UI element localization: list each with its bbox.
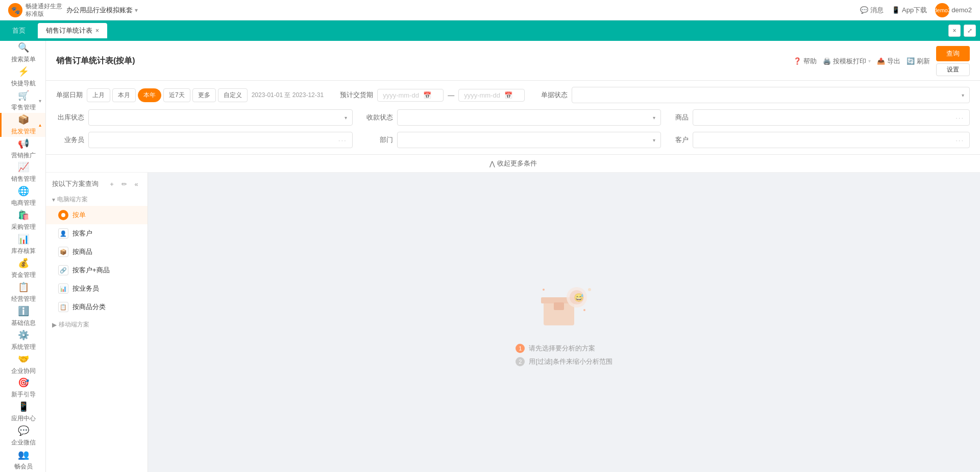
sidebar: 🔍 搜索菜单 ⚡ 快捷导航 🛒 零售管理 ▾ 📦 批发管理 ▴ 📢 营销推广 📈…	[0, 41, 46, 472]
collapse-bar[interactable]: ⋀ 收起更多条件	[46, 155, 980, 173]
sales-icon: 📈	[18, 161, 29, 173]
sidebar-item-purchase[interactable]: 🛍️ 采购管理	[0, 208, 45, 232]
salesperson-input[interactable]: ···	[88, 132, 353, 148]
this-year-btn[interactable]: 本年	[138, 88, 161, 102]
scheme-group-pc: ▾ 电脑端方案 按单 👤 按客户 📦	[46, 193, 148, 316]
tab-home[interactable]: 首页	[4, 23, 34, 38]
customer-goods-scheme-icon: 🔗	[58, 265, 68, 275]
top-bar-left: 🐾 畅捷通好生意 标准版 办公用品行业模拟账套 ▾	[8, 3, 138, 17]
sidebar-item-sales[interactable]: 📈 销售管理	[0, 160, 45, 184]
sidebar-item-apps[interactable]: 📱 应用中心	[0, 400, 45, 424]
sidebar-item-business[interactable]: 📋 经营管理	[0, 280, 45, 304]
last7days-btn[interactable]: 近7天	[163, 88, 190, 102]
messages-btn[interactable]: 💬 消息	[860, 6, 884, 15]
dropdown-arrow-icon[interactable]: ▾	[135, 7, 138, 14]
wholesale-icon: 📦	[18, 114, 29, 125]
last-month-btn[interactable]: 上月	[87, 88, 110, 102]
left-scheme-panel: 按以下方案查询 + ✏ « ▾ 电脑端方案	[46, 173, 148, 472]
help-icon: ❓	[793, 57, 801, 65]
app-download-btn[interactable]: 📱 App下载	[892, 6, 927, 15]
chevron-up-icon: ▴	[39, 122, 41, 128]
tab-close-icon[interactable]: ×	[95, 27, 99, 34]
sidebar-item-basic-info[interactable]: ℹ️ 基础信息	[0, 304, 45, 328]
tip2-text: 用[过滤]条件来缩小分析范围	[529, 357, 612, 366]
scheme-edit-btn[interactable]: ✏	[119, 179, 129, 189]
scheme-item-by-customer[interactable]: 👤 按客户	[46, 224, 148, 243]
scheme-item-by-salesperson[interactable]: 📊 按业务员	[46, 279, 148, 298]
print-btn[interactable]: 🖨️ 按模板打印 ▾	[823, 57, 871, 66]
query-settings-buttons: 查询 设置	[936, 46, 970, 76]
tab-maximize-btn[interactable]: ⤢	[964, 25, 976, 37]
goods-filter: 商品 ···	[673, 109, 970, 126]
system-icon: ⚙️	[18, 329, 29, 341]
tab-sales-order[interactable]: 销售订单统计表 ×	[38, 23, 107, 38]
this-month-btn[interactable]: 本月	[112, 88, 136, 102]
tab-close-window-btn[interactable]: ×	[948, 25, 961, 37]
sidebar-item-marketing[interactable]: 📢 营销推广	[0, 137, 45, 161]
salesperson-label: 业务员	[56, 135, 84, 145]
scheme-actions: + ✏ «	[107, 179, 141, 189]
date-quick-buttons: 上月 本月 本年 近7天 更多 自定义	[87, 88, 248, 102]
settings-button[interactable]: 设置	[936, 63, 970, 76]
sidebar-item-finance[interactable]: 💰 资金管理	[0, 256, 45, 280]
sidebar-item-wechat[interactable]: 💬 企业微信	[0, 424, 45, 448]
download-icon: 📱	[892, 6, 900, 14]
empty-state: 😅 1 请先选择要分析的方案	[148, 173, 980, 472]
date-separator: —	[448, 91, 454, 99]
salesperson-scheme-icon: 📊	[58, 284, 68, 294]
query-button[interactable]: 查询	[936, 46, 970, 61]
customer-scheme-icon: 👤	[58, 228, 68, 239]
sidebar-item-wholesale[interactable]: 📦 批发管理 ▴	[0, 113, 45, 137]
empty-tip-1: 1 请先选择要分析的方案	[516, 344, 612, 353]
scheme-item-by-customer-goods[interactable]: 🔗 按客户+商品	[46, 261, 148, 279]
out-status-select[interactable]: ▾	[88, 109, 353, 126]
more-date-btn[interactable]: 更多	[192, 88, 216, 102]
scheme-item-by-order[interactable]: 按单	[46, 206, 148, 224]
svg-point-7	[583, 309, 585, 311]
expected-date-start[interactable]: yyyy-mm-dd 📅	[377, 89, 444, 102]
dept-select[interactable]: ▾	[397, 132, 662, 148]
retail-icon: 🛒	[18, 90, 29, 101]
goods-scheme-icon: 📦	[58, 247, 68, 257]
svg-point-6	[543, 289, 545, 291]
scheme-item-by-goods[interactable]: 📦 按商品	[46, 243, 148, 261]
member-icon: 👥	[18, 449, 29, 460]
refresh-btn[interactable]: 🔄 刷新	[906, 57, 930, 66]
customer-label: 客户	[673, 135, 689, 145]
payment-status-select[interactable]: ▾	[397, 109, 662, 126]
goods-input[interactable]: ···	[693, 109, 970, 126]
apps-icon: 📱	[18, 401, 29, 412]
out-status-label: 出库状态	[56, 113, 84, 122]
scheme-item-by-goods-category[interactable]: 📋 按商品分类	[46, 298, 148, 316]
customer-input[interactable]: ···	[693, 132, 970, 148]
help-btn[interactable]: ❓ 帮助	[793, 57, 817, 66]
expected-date-end[interactable]: yyyy-mm-dd 📅	[458, 89, 525, 102]
sidebar-item-search[interactable]: 🔍 搜索菜单	[0, 41, 45, 65]
expected-date-label: 预计交货期	[340, 90, 373, 100]
user-avatar[interactable]: demo2 demo2	[935, 3, 972, 17]
filter-row-2: 出库状态 ▾ 收款状态 ▾ 商品 ···	[56, 109, 970, 126]
dept-filter: 部门 ▾	[365, 132, 662, 148]
sidebar-item-quick-nav[interactable]: ⚡ 快捷导航	[0, 65, 45, 89]
sidebar-item-ecommerce[interactable]: 🌐 电商管理	[0, 184, 45, 208]
scheme-collapse-btn[interactable]: «	[131, 179, 141, 189]
dept-dropdown-icon: ▾	[653, 137, 655, 143]
page-actions: ❓ 帮助 🖨️ 按模板打印 ▾ 📤 导出 🔄 刷新 查询	[793, 46, 970, 76]
export-btn[interactable]: 📤 导出	[877, 57, 900, 66]
custom-date-btn[interactable]: 自定义	[218, 88, 248, 102]
sidebar-item-guide[interactable]: 🎯 新手引导	[0, 376, 45, 400]
sidebar-item-retail[interactable]: 🛒 零售管理 ▾	[0, 89, 45, 113]
info-icon: ℹ️	[18, 305, 29, 317]
sidebar-item-collab[interactable]: 🤝 企业协同	[0, 352, 45, 376]
sidebar-item-inventory[interactable]: 📊 库存核算	[0, 232, 45, 256]
logo-text: 畅捷通好生意 标准版	[26, 3, 62, 17]
business-icon: 📋	[18, 281, 29, 293]
scheme-add-btn[interactable]: +	[107, 179, 117, 189]
empty-illustration: 😅	[533, 274, 595, 336]
svg-text:😅: 😅	[574, 293, 584, 302]
status-select[interactable]: ▾	[572, 87, 970, 103]
sidebar-item-member[interactable]: 👥 畅会员	[0, 448, 45, 472]
sidebar-item-system[interactable]: ⚙️ 系统管理	[0, 328, 45, 352]
calendar-icon-2: 📅	[504, 91, 512, 99]
svg-rect-2	[554, 302, 564, 310]
